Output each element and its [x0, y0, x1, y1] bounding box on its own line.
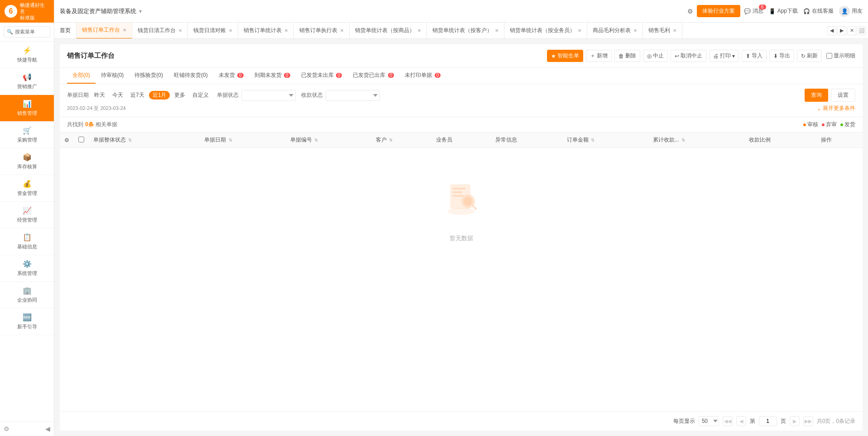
sidebar-item-enterprise[interactable]: 🏢 企业协同	[0, 282, 54, 308]
expand-filter-btn[interactable]: ⌄ 展开更多条件	[817, 104, 855, 112]
trending-icon: 📈	[23, 206, 32, 215]
date-more-btn[interactable]: 更多	[172, 90, 188, 100]
sub-tab-shipped-not-out[interactable]: 已发货未出库 0	[296, 68, 348, 84]
sidebar-item-basic-info[interactable]: 📋 基础信息	[0, 228, 54, 255]
tab-close-icon[interactable]: ✕	[229, 28, 232, 33]
tab-cash-reconcile[interactable]: 钱货日清对账 ✕	[188, 23, 238, 39]
sidebar-item-marketing[interactable]: 📢 营销推广	[0, 68, 54, 95]
show-detail-label[interactable]: 显示明细	[826, 52, 855, 60]
pagination-prev-btn[interactable]: ◀	[736, 416, 746, 426]
sort-icon[interactable]: ⇅	[591, 137, 595, 142]
per-page-select[interactable]: 50 10 20 100	[699, 416, 719, 426]
tab-cash-daily[interactable]: 钱货日清工作台 ✕	[132, 23, 188, 39]
date-custom-btn[interactable]: 自定义	[190, 90, 211, 100]
print-btn[interactable]: 🖨 打印 ▾	[709, 50, 739, 62]
import-btn[interactable]: ⬆ 导入	[742, 50, 767, 62]
search-menu-btn[interactable]: 🔍 搜索菜单	[4, 26, 50, 38]
tab-sales-stats[interactable]: 销售订单统计表 ✕	[238, 23, 294, 39]
sidebar-item-finance[interactable]: 💰 资金管理	[0, 175, 54, 202]
add-btn[interactable]: ＋ 新增	[586, 50, 612, 62]
col-settings[interactable]: ⚙	[60, 133, 74, 148]
tabs-close-btn[interactable]: ✕	[847, 26, 856, 35]
date-yesterday-btn[interactable]: 昨天	[91, 90, 108, 100]
sub-tab-wangpu[interactable]: 旺铺待发货(0)	[168, 68, 213, 84]
tab-close-icon[interactable]: ✕	[633, 28, 637, 33]
sub-tab-shipped-out[interactable]: 已发货已出库 0	[347, 68, 399, 84]
tab-sales-by-product[interactable]: 销货单统计表（按商品） ✕	[350, 23, 427, 39]
tab-sales-by-staff[interactable]: 销货单统计表（按业务员） ✕	[504, 23, 587, 39]
payment-filter: 收款状态	[301, 90, 380, 101]
sort-icon[interactable]: ⇅	[314, 137, 318, 142]
app-download-btn[interactable]: 📱 App下载	[769, 7, 798, 15]
settings-footer-btn[interactable]: ⚙	[4, 425, 10, 432]
refresh-btn[interactable]: ↻ 刷新	[797, 50, 822, 62]
col-checkbox[interactable]	[74, 133, 89, 148]
settings-icon[interactable]: ⚙	[64, 137, 69, 143]
tab-goods-margin[interactable]: 商品毛利分析表 ✕	[587, 23, 643, 39]
date-today-btn[interactable]: 今天	[110, 90, 126, 100]
tab-close-icon[interactable]: ✕	[578, 28, 581, 33]
status-select[interactable]	[241, 90, 296, 101]
tab-close-icon[interactable]: ✕	[673, 28, 676, 33]
tab-sales-profit[interactable]: 销售毛利 ✕	[643, 23, 682, 39]
tab-sales-order-workbench[interactable]: 销售订单工作台 ✕	[77, 23, 132, 39]
void-action-btn[interactable]: 弃审	[822, 121, 837, 128]
delete-btn[interactable]: 🗑 删除	[614, 50, 640, 62]
tab-close-icon[interactable]: ✕	[340, 28, 344, 33]
sort-icon[interactable]: ⇅	[229, 137, 232, 142]
select-all-checkbox[interactable]	[78, 137, 84, 142]
pagination-last-btn[interactable]: ▶▶	[803, 416, 813, 426]
tab-sales-exec[interactable]: 销售订单执行表 ✕	[294, 23, 350, 39]
not-shipped-badge: 0	[237, 73, 244, 78]
ship-action-btn[interactable]: 发货	[840, 121, 855, 128]
tabs-next-btn[interactable]: ▶	[837, 26, 846, 35]
sub-tab-all[interactable]: 全部(0)	[67, 68, 96, 84]
tabs-expand-btn[interactable]: ⬜	[857, 26, 866, 35]
tab-home[interactable]: 首页	[54, 23, 77, 39]
sub-tab-overdue[interactable]: 到期未发货 0	[249, 68, 296, 84]
sub-tab-pending-review[interactable]: 待审核(0)	[96, 68, 129, 84]
title-dropdown-arrow[interactable]: ▾	[139, 8, 142, 14]
sidebar-item-quick-nav[interactable]: ⚡ 快捷导航	[0, 42, 54, 68]
sidebar-item-inventory[interactable]: 📦 库存核算	[0, 148, 54, 175]
payment-select[interactable]	[326, 90, 380, 101]
sidebar-item-system[interactable]: ⚙️ 系统管理	[0, 255, 54, 282]
user-menu-btn[interactable]: 👤 用友	[839, 6, 863, 17]
tab-close-icon[interactable]: ✕	[284, 28, 288, 33]
page-input[interactable]	[759, 416, 777, 426]
review-action-btn[interactable]: 审核	[803, 121, 818, 128]
pagination-next-btn[interactable]: ▶	[790, 416, 800, 426]
sidebar-item-sales[interactable]: 📊 销售管理	[0, 95, 54, 122]
sub-tab-pending-inspect[interactable]: 待拣验货(0)	[129, 68, 168, 84]
show-detail-checkbox[interactable]	[826, 53, 832, 59]
industry-btn[interactable]: 体验行业方案	[697, 5, 740, 17]
cancel-stop-btn[interactable]: ↩ 取消中止	[671, 50, 706, 62]
topbar-settings-icon[interactable]: ⚙	[687, 8, 693, 15]
stop-btn[interactable]: ◎ 中止	[643, 50, 668, 62]
sidebar-item-operations[interactable]: 📈 经营管理	[0, 202, 54, 228]
table-meta-left: 共找到 0条 相关单据	[67, 121, 117, 128]
pagination-first-btn[interactable]: ◀◀	[723, 416, 733, 426]
sort-icon[interactable]: ⇅	[681, 137, 685, 142]
query-btn[interactable]: 查询	[805, 89, 828, 102]
smart-create-btn[interactable]: ★ 智能生单	[547, 50, 583, 62]
tab-close-icon[interactable]: ✕	[178, 28, 182, 33]
date-last1month-btn[interactable]: 近1月	[149, 91, 170, 100]
sort-icon[interactable]: ⇅	[128, 137, 132, 142]
tab-close-icon[interactable]: ✕	[495, 28, 499, 33]
sub-tab-not-shipped[interactable]: 未发货 0	[213, 68, 249, 84]
message-btn[interactable]: 💬 消息 6	[744, 7, 763, 15]
export-btn[interactable]: ⬇ 导出	[769, 50, 794, 62]
tab-close-icon[interactable]: ✕	[417, 28, 421, 33]
tab-sales-by-customer[interactable]: 销货单统计表（按客户） ✕	[427, 23, 504, 39]
date-last7-btn[interactable]: 近7天	[128, 90, 147, 100]
sidebar-item-guide[interactable]: 🆕 新手引导	[0, 308, 54, 335]
tab-close-icon[interactable]: ✕	[123, 28, 126, 33]
sub-tab-not-printed[interactable]: 未打印单据 0	[399, 68, 446, 84]
sidebar-item-purchase[interactable]: 🛒 采购管理	[0, 122, 54, 148]
set-btn[interactable]: 设置	[831, 89, 855, 102]
online-service-btn[interactable]: 🎧 在线客服	[803, 7, 834, 15]
tabs-prev-btn[interactable]: ◀	[827, 26, 836, 35]
collapse-sidebar-btn[interactable]: ◀	[45, 425, 50, 432]
sort-icon[interactable]: ⇅	[389, 137, 393, 142]
